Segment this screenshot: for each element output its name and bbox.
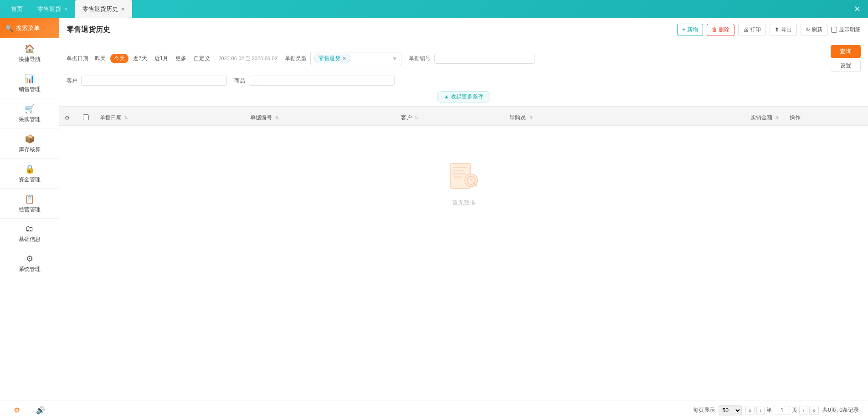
print-button[interactable]: 🖨 打印 [738,24,766,36]
total-info: 共0页, 0条记录 [822,406,859,414]
sidebar-search-label: 搜索菜单 [16,24,40,32]
empty-cell: 暂无数据 [59,126,868,229]
show-detail-label: 显示明细 [839,26,861,34]
sidebar-item-operations[interactable]: 📋 经营管理 [0,189,59,219]
tab-retail-return[interactable]: 零售退货 ✕ [30,0,75,18]
date-opt-yesterday[interactable]: 昨天 [92,54,108,63]
per-page-select[interactable]: 50 20 100 [719,405,742,415]
date-opt-today[interactable]: 今天 [110,54,128,63]
col-settings-icon: ⚙ [65,115,70,121]
sidebar-item-inventory[interactable]: 📦 库存核算 [0,128,59,159]
col-date-label: 单据日期 [100,114,122,121]
col-date[interactable]: 单据日期 ⇅ [94,110,245,126]
tab-retail-return-label: 零售退货 [37,5,61,13]
new-button[interactable]: + 新增 [677,24,703,36]
goods-label: 商品 [234,77,245,85]
col-date-sort: ⇅ [124,115,128,120]
sidebar-item-basic-info[interactable]: 🗂 基础信息 [0,219,59,248]
next-page-btn[interactable]: › [799,406,807,415]
tab-retail-return-history[interactable]: 零售退货历史 ✕ [75,0,132,18]
purchase-label: 采购管理 [19,116,41,123]
prev-page-btn[interactable]: ‹ [756,406,765,415]
svg-rect-4 [453,176,462,178]
doc-type-tag: 零售退货 ✕ [314,54,350,63]
customer-placeholder: ... [85,77,223,84]
col-number[interactable]: 单据编号 ⇅ [245,110,395,126]
sidebar: 🔍 搜索菜单 🏠 快捷导航 📊 销售管理 🛒 采购管理 📦 库存核算 🔒 [0,18,59,420]
doc-type-label: 单据类型 [285,55,307,62]
sidebar-item-quicknav[interactable]: 🏠 快捷导航 [0,38,59,68]
col-customer-label: 客户 [401,114,412,121]
tab-home[interactable]: 首页 [4,0,30,18]
col-guide-label: 导购员 [509,114,526,121]
col-action: 操作 [784,110,868,126]
inventory-label: 库存核算 [19,146,41,154]
sales-label: 销售管理 [19,86,41,93]
top-bar: 首页 零售退货 ✕ 零售退货历史 ✕ ✕ [0,0,868,18]
page-header: 零售退货历史 + 新增 🗑 删除 🖨 打印 ⬆ 导出 ↻ 刷新 显示明细 [59,18,868,107]
date-opt-7days[interactable]: 近7天 [130,54,150,63]
tab-list: 首页 零售退货 ✕ 零售退货历史 ✕ [4,0,847,18]
date-opt-more[interactable]: 更多 [173,54,189,63]
main-layout: 🔍 搜索菜单 🏠 快捷导航 📊 销售管理 🛒 采购管理 📦 库存核算 🔒 [0,18,868,420]
col-amount-label: 实销金额 [750,114,772,121]
col-checkbox[interactable] [77,110,94,126]
search-icon: 🔍 [5,25,13,32]
sidebar-search[interactable]: 🔍 搜索菜单 [0,18,59,38]
settings-icon[interactable]: ⚙ [14,406,20,415]
col-settings[interactable]: ⚙ [59,110,77,126]
empty-row: 暂无数据 [59,126,868,229]
sidebar-item-purchase[interactable]: 🛒 采购管理 [0,98,59,128]
empty-text: 暂无数据 [452,199,476,207]
goods-placeholder: ... [253,77,390,84]
customer-filter: 客户 ... [67,76,227,86]
page-nav: « ‹ 第 页 › » [745,406,819,415]
select-all-checkbox[interactable] [83,114,89,120]
basic-info-label: 基础信息 [19,236,41,243]
table-body: 暂无数据 [59,126,868,229]
inventory-icon: 📦 [25,134,35,144]
show-detail-checkbox[interactable]: 显示明细 [831,26,861,34]
col-number-sort: ⇅ [275,115,279,120]
doc-type-chevron[interactable]: ▼ [392,56,397,62]
filter-settings-button[interactable]: 设置 [831,60,861,72]
refresh-button[interactable]: ↻ 刷新 [801,24,827,36]
svg-rect-3 [453,173,466,174]
window-close-button[interactable]: ✕ [847,4,868,14]
col-guide-sort: ⇅ [529,115,533,120]
export-button[interactable]: ⬆ 导出 [770,24,796,36]
col-amount[interactable]: 实销金额 ⇅ [634,110,784,126]
doc-type-tag-close[interactable]: ✕ [342,56,346,61]
col-guide[interactable]: 导购员 ⇅ [504,110,633,126]
page-input[interactable] [774,406,790,415]
sidebar-item-sales[interactable]: 📊 销售管理 [0,68,59,98]
tab-retail-return-history-close[interactable]: ✕ [121,6,125,12]
finance-icon: 🔒 [25,164,35,174]
svg-rect-2 [453,170,464,171]
purchase-icon: 🛒 [25,104,35,114]
col-customer[interactable]: 客户 ⇅ [395,110,504,126]
last-page-btn[interactable]: » [809,406,819,415]
doc-number-label: 单据编号 [409,55,431,62]
basic-info-icon: 🗂 [26,224,34,234]
collapse-bar[interactable]: ▲ 收起更多条件 [67,89,861,106]
sidebar-bottom: ⚙ 🔊 [0,400,59,420]
show-detail-input[interactable] [831,27,837,33]
goods-filter: 商品 ... [234,76,395,86]
per-page-label: 每页显示 [693,406,715,414]
date-filter-label: 单据日期 [67,55,88,62]
tab-retail-return-close[interactable]: ✕ [64,6,68,12]
collapse-text: ▲ 收起更多条件 [437,91,490,102]
doc-number-filter: 单据编号 [409,54,534,64]
first-page-btn[interactable]: « [745,406,755,415]
query-button[interactable]: 查询 [831,45,861,58]
sidebar-item-system[interactable]: ⚙ 系统管理 [0,248,59,278]
doc-number-input[interactable] [434,54,534,64]
system-icon: ⚙ [26,254,33,264]
date-opt-custom[interactable]: 自定义 [191,54,213,63]
date-opt-1month[interactable]: 近1月 [152,54,171,63]
data-table: ⚙ 单据日期 ⇅ 单据编号 ⇅ [59,110,868,229]
delete-button[interactable]: 🗑 删除 [707,24,734,36]
volume-icon[interactable]: 🔊 [36,406,45,415]
sidebar-item-finance[interactable]: 🔒 资金管理 [0,159,59,189]
